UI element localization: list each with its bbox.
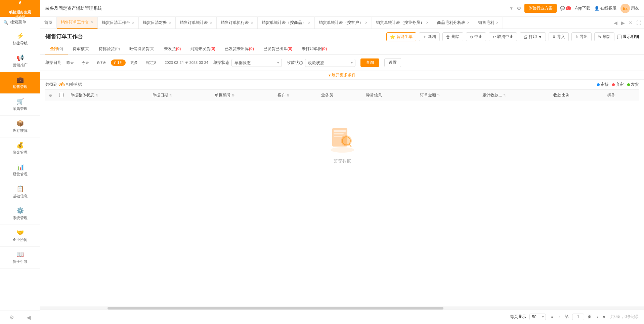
subtab-wangpu-pending[interactable]: 旺铺待发货(0) [125,44,159,54]
cancel-stop-button[interactable]: ↩ 取消中止 [489,32,517,41]
query-button[interactable]: 查询 [360,58,379,67]
sidebar-item-search[interactable]: 🔍 搜索菜单 [0,17,40,28]
select-all-cell[interactable] [56,90,67,101]
ship-btn[interactable]: 发货 [627,82,639,87]
page-number-input[interactable] [572,314,584,320]
tab-close-icon[interactable]: ✕ [251,21,253,25]
date-7days[interactable]: 近7天 [94,59,109,66]
th-customer[interactable]: 客户 ⇅ [274,90,318,101]
last-page-btn[interactable]: » [601,314,607,320]
scrollbar-thumb[interactable] [108,307,443,310]
date-custom[interactable]: 自定义 [142,59,160,66]
subtab-shipped-no-out[interactable]: 已发货未出库(0) [220,44,259,54]
tab-gross-analysis[interactable]: 商品毛利分析表 ✕ [433,17,474,29]
subtab-unshipped[interactable]: 未发货(0) [159,44,186,54]
th-status[interactable]: 单据整体状态 ⇅ [67,90,149,101]
date-range-group: 2023-02-24 至 2023-03-24 [165,60,208,65]
sidebar-item-system[interactable]: ⚙️ 系统管理 [0,203,40,225]
sidebar-item-operations[interactable]: 📊 经营管理 [0,159,40,181]
tab-close-icon[interactable]: ✕ [426,21,429,25]
subtab-unprinted[interactable]: 未打印单据(0) [297,44,332,54]
next-page-btn[interactable]: › [595,314,600,320]
tab-sales-staff[interactable]: 销货单统计表（按业务员） ✕ [372,17,433,29]
expand-button[interactable]: ▾ 展开更多条件 [329,72,356,78]
sidebar-item-marketing[interactable]: 📢 营销推广 [0,50,40,72]
app-download-link[interactable]: App下载 [575,5,590,11]
horizontal-scrollbar[interactable] [40,307,644,309]
sidebar-item-purchase[interactable]: 🛒 采购管理 [0,94,40,116]
prev-page-btn[interactable]: ‹ [557,314,561,320]
collect-select[interactable]: 收款状态 [305,59,355,67]
tab-close-icon[interactable]: ✕ [132,21,134,25]
settings-icon[interactable]: ⚙ [9,314,14,321]
sidebar-item-inventory[interactable]: 📦 库存核算 [0,116,40,137]
sidebar-item-enterprise[interactable]: 🤝 企业协同 [0,225,40,247]
online-service-link[interactable]: 👤 在线客服 [594,5,616,11]
subtab-pending-inspection[interactable]: 待拣验货(0) [94,44,125,54]
select-all-checkbox[interactable] [59,93,63,97]
review-btn[interactable]: 审核 [597,82,609,87]
tab-next-icon[interactable]: ▶ [620,19,626,26]
import-button[interactable]: ⇩ 导入 [549,32,569,41]
first-page-btn[interactable]: « [549,314,555,320]
industry-solution-button[interactable]: 体验行业方案 [524,4,557,13]
sidebar-item-sales[interactable]: 💼 销售管理 [0,72,40,94]
setting-button[interactable]: 设置 [384,58,401,67]
export-button[interactable]: ⇧ 导出 [571,32,592,41]
subtab-overdue-unshipped[interactable]: 到期未发货(0) [185,44,220,54]
th-amount[interactable]: 订单金额 ⇅ [417,90,479,101]
delete-button[interactable]: 🗑 删除 [442,32,463,41]
sidebar-item-finance[interactable]: 💰 资金管理 [0,137,40,159]
subtab-shipped-out[interactable]: 已发货已出库(0) [259,44,297,54]
tab-close-icon[interactable]: ✕ [91,21,93,24]
tab-cash-reconcile[interactable]: 钱货日清对账 ✕ [139,17,176,29]
user-avatar[interactable]: Ea 用友 [620,4,639,13]
tab-sales-exec[interactable]: 销售订单执行表 ✕ [217,17,258,29]
settings-topbar-icon[interactable]: ⚙ [517,5,521,11]
date-yesterday[interactable]: 昨天 [63,59,77,66]
tab-prev-icon[interactable]: ◀ [612,19,619,26]
subtab-all[interactable]: 全部(0) [45,44,68,54]
tab-sales-stats[interactable]: 销售订单统计表 ✕ [176,17,217,29]
sidebar-item-basicinfo[interactable]: 📋 基础信息 [0,181,40,203]
tab-close-icon[interactable]: ✕ [496,21,499,25]
th-cumulative[interactable]: 累计收款... ⇅ [479,90,550,101]
date-1month[interactable]: 近1月 [111,59,126,66]
date-more[interactable]: 更多 [127,59,141,66]
refresh-button[interactable]: ↻ 刷新 [594,32,614,41]
collapse-icon[interactable]: ◀ [27,314,31,321]
tab-sales-product[interactable]: 销货单统计表（按商品） ✕ [258,17,315,29]
tab-close-icon[interactable]: ✕ [308,21,310,25]
th-date[interactable]: 单据日期 ⇅ [149,90,212,101]
smart-generate-button[interactable]: ⭐ 智能生单 [386,32,416,41]
show-detail-checkbox[interactable]: 显示明细 [617,34,639,40]
add-button[interactable]: ＋ 新增 [419,32,440,41]
tab-fullscreen-icon[interactable]: ⛶ [635,19,642,26]
tab-close-icon[interactable]: ✕ [169,21,171,25]
tab-sales-customer[interactable]: 销货单统计表（按客户） ✕ [315,17,372,29]
status-select[interactable]: 单据状态 [231,59,282,67]
cancel-review-btn[interactable]: 弃审 [612,82,624,87]
date-today[interactable]: 今天 [79,59,92,66]
th-number[interactable]: 单据编号 ⇅ [211,90,274,101]
sort-icon: ⇅ [437,93,440,97]
subtab-pending-review[interactable]: 待审核(0) [68,44,94,54]
print-button[interactable]: 🖨 打印 ▼ [520,32,546,41]
sidebar-item-guide[interactable]: 📖 新手引导 [0,247,40,269]
tab-close-icon[interactable]: ✕ [210,21,212,25]
stop-button[interactable]: ⊘ 中止 [466,32,486,41]
expand-icon[interactable]: ▼ [509,6,513,11]
detail-checkbox[interactable] [617,35,621,39]
message-icon[interactable]: 💬 6 [560,6,571,11]
tab-sales-workbench[interactable]: 销售订单工作台 ✕ [57,17,98,29]
tab-sales-gross[interactable]: 销售毛利 ✕ [474,17,503,29]
tab-cash-daily[interactable]: 钱货日清工作台 ✕ [98,17,139,29]
tab-home[interactable]: 首页 [40,17,57,29]
tab-close-icon[interactable]: ✕ [467,21,470,25]
page-size-select[interactable]: 50 10 20 100 [529,314,546,320]
column-settings[interactable]: ⚙ [45,90,56,101]
inventory-icon: 📦 [16,120,24,127]
tab-close-all-icon[interactable]: ✕ [627,19,634,26]
tab-close-icon[interactable]: ✕ [365,21,368,25]
sidebar-item-quicknav[interactable]: ⚡ 快捷导航 [0,28,40,50]
